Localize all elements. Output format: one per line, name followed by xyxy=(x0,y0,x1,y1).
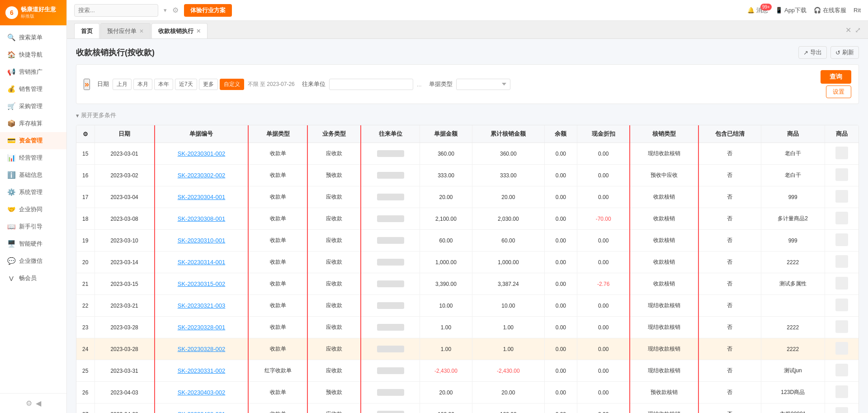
th-product-img[interactable]: 商品 xyxy=(825,125,859,143)
td-product-img xyxy=(825,252,859,273)
td-cash-discount: 0.00 xyxy=(577,295,630,317)
date-option-本年[interactable]: 本年 xyxy=(154,79,173,90)
refresh-button[interactable]: ↺ 刷新 xyxy=(830,46,859,59)
th-doc-type[interactable]: 单据类型 xyxy=(248,125,307,143)
date-range: 不限 至 2023-07-26 xyxy=(248,81,295,88)
td-total-writeoff: 20.00 xyxy=(472,382,544,404)
settings-icon[interactable]: ⚙ xyxy=(26,399,32,408)
td-doc-no[interactable]: SK-20230315-002 xyxy=(155,273,249,295)
td-doc-no[interactable]: SK-20230304-001 xyxy=(155,186,249,208)
sidebar-item-guide[interactable]: 📖新手引导 xyxy=(0,218,66,235)
sidebar-item-quick[interactable]: 🏠快捷导航 xyxy=(0,46,66,63)
solution-button[interactable]: 体验行业方案 xyxy=(184,4,232,17)
table-row[interactable]: 22 2023-03-21 SK-20230321-003 收款单 应收款 ██… xyxy=(76,295,859,317)
table-row[interactable]: 23 2023-03-28 SK-20230328-001 收款单 应收款 ██… xyxy=(76,317,859,338)
td-doc-no[interactable]: SK-20230302-002 xyxy=(155,165,249,186)
sidebar-item-marketing[interactable]: 📢营销推广 xyxy=(0,63,66,81)
tab-label-home: 首页 xyxy=(81,27,93,35)
td-doc-no[interactable]: SK-20230321-003 xyxy=(155,295,249,317)
sidebar-item-purchase[interactable]: 🛒采购管理 xyxy=(0,98,66,115)
user-name[interactable]: Rit xyxy=(854,7,861,14)
sidebar-item-label-marketing: 营销推广 xyxy=(19,68,42,76)
collapse-icon[interactable]: ◀ xyxy=(36,399,41,408)
sidebar-item-search[interactable]: 🔍搜索菜单 xyxy=(0,29,66,46)
date-option-上月[interactable]: 上月 xyxy=(113,79,132,90)
sidebar-item-finance[interactable]: 💳资金管理 xyxy=(0,132,66,149)
table-row[interactable]: 15 2023-03-01 SK-20230301-002 收款单 应收款 ██… xyxy=(76,143,859,165)
blurred-partner: ██████ xyxy=(377,194,404,200)
td-total-writeoff: 60.00 xyxy=(472,230,544,252)
notification-button[interactable]: 🔔 消息 99+ xyxy=(747,6,768,14)
table-row[interactable]: 25 2023-03-31 SK-20230331-002 红字收款单 应收款 … xyxy=(76,360,859,382)
table-row[interactable]: 19 2023-03-10 SK-20230310-001 收款单 应收款 ██… xyxy=(76,230,859,252)
filter-toggle-button[interactable]: » xyxy=(84,79,90,90)
th-include-settled[interactable]: 包含已结清 xyxy=(698,125,761,143)
th-amount[interactable]: 单据金额 xyxy=(420,125,472,143)
sidebar-item-member[interactable]: V畅会员 xyxy=(0,270,66,287)
table-row[interactable]: 20 2023-03-14 SK-20230314-001 收款单 应收款 ██… xyxy=(76,252,859,273)
partner-input[interactable] xyxy=(329,79,413,90)
search-input[interactable] xyxy=(74,4,158,17)
td-doc-no[interactable]: SK-20230328-001 xyxy=(155,317,249,338)
tab-expand-button[interactable]: ⤢ xyxy=(855,25,861,34)
table-row[interactable]: 26 2023-04-03 SK-20230403-002 收款单 预收款 ██… xyxy=(76,382,859,404)
export-icon: ↗ xyxy=(803,49,808,56)
sidebar-item-basic[interactable]: ℹ️基础信息 xyxy=(0,166,66,184)
app-download-link[interactable]: 📱 App下载 xyxy=(775,6,807,14)
tab-home[interactable]: 首页 xyxy=(74,23,99,38)
table-row[interactable]: 24 2023-03-28 SK-20230328-002 收款单 应收款 ██… xyxy=(76,338,859,360)
tab-close-collection[interactable]: ✕ xyxy=(196,28,201,34)
td-doc-no[interactable]: SK-20230408-001 xyxy=(155,404,249,413)
th-biz-type[interactable]: 业务类型 xyxy=(307,125,361,143)
tab-close-all-button[interactable]: ✕ xyxy=(845,25,851,34)
td-date: 2023-03-01 xyxy=(94,143,155,165)
table-row[interactable]: 17 2023-03-04 SK-20230304-001 收款单 应收款 ██… xyxy=(76,186,859,208)
tab-prepay[interactable]: 预付应付单✕ xyxy=(100,23,151,38)
th-writeoff-type[interactable]: 核销类型 xyxy=(630,125,698,143)
td-doc-no[interactable]: SK-20230314-001 xyxy=(155,252,249,273)
date-custom-button[interactable]: 自定义 xyxy=(220,79,244,90)
sidebar-item-wechat[interactable]: 💬企业微信 xyxy=(0,252,66,270)
th-balance[interactable]: 余额 xyxy=(544,125,577,143)
th-product[interactable]: 商品 xyxy=(761,125,825,143)
th-cash-discount[interactable]: 现金折扣 xyxy=(577,125,630,143)
th-total-writeoff[interactable]: 累计核销金额 xyxy=(472,125,544,143)
sidebar-item-hardware[interactable]: 🖥️智能硬件 xyxy=(0,235,66,252)
table-row[interactable]: 16 2023-03-02 SK-20230302-002 收款单 预收款 ██… xyxy=(76,165,859,186)
td-doc-no[interactable]: SK-20230403-002 xyxy=(155,382,249,404)
date-option-本月[interactable]: 本月 xyxy=(133,79,152,90)
table-row[interactable]: 27 2023-04-08 SK-20230408-001 收款单 应收款 ██… xyxy=(76,404,859,413)
td-doc-no[interactable]: SK-20230328-002 xyxy=(155,338,249,360)
td-doc-no[interactable]: SK-20230331-002 xyxy=(155,360,249,382)
td-doc-no[interactable]: SK-20230308-001 xyxy=(155,208,249,230)
td-include-settled: 否 xyxy=(698,382,761,404)
date-option-更多[interactable]: 更多 xyxy=(199,79,218,90)
td-date: 2023-03-14 xyxy=(94,252,155,273)
sidebar-item-corp[interactable]: 🤝企业协同 xyxy=(0,201,66,218)
sidebar-item-sales[interactable]: 💰销售管理 xyxy=(0,81,66,98)
doc-type-select[interactable] xyxy=(456,79,510,90)
expand-conditions-button[interactable]: ▾ 展开更多条件 xyxy=(76,109,116,121)
td-writeoff-type: 收款核销 xyxy=(630,186,698,208)
sidebar-item-operation[interactable]: 📊经营管理 xyxy=(0,149,66,166)
th-settings[interactable]: ⚙ xyxy=(76,125,94,143)
tab-close-prepay[interactable]: ✕ xyxy=(139,28,144,34)
td-doc-no[interactable]: SK-20230310-001 xyxy=(155,230,249,252)
table-row[interactable]: 18 2023-03-08 SK-20230308-001 收款单 应收款 ██… xyxy=(76,208,859,230)
date-option-近7天[interactable]: 近7天 xyxy=(175,79,197,90)
gear-icon[interactable]: ⚙ xyxy=(172,6,179,14)
td-doc-no[interactable]: SK-20230301-002 xyxy=(155,143,249,165)
sidebar-item-system[interactable]: ⚙️系统管理 xyxy=(0,184,66,201)
customer-service-link[interactable]: 🎧 在线客服 xyxy=(814,6,846,14)
tab-collection[interactable]: 收款核销执行✕ xyxy=(151,23,208,38)
th-date[interactable]: 日期 xyxy=(94,125,155,143)
sidebar-item-inventory[interactable]: 📦库存核算 xyxy=(0,115,66,132)
th-doc-no[interactable]: 单据编号 xyxy=(155,125,249,143)
table-row[interactable]: 21 2023-03-15 SK-20230315-002 收款单 应收款 ██… xyxy=(76,273,859,295)
th-partner[interactable]: 往来单位 xyxy=(361,125,420,143)
export-button[interactable]: ↗ 导出 xyxy=(798,46,827,59)
settings-button[interactable]: 设置 xyxy=(826,85,851,98)
partner-dots[interactable]: ... xyxy=(417,81,422,88)
dropdown-arrow-icon[interactable]: ▾ xyxy=(164,7,167,14)
query-button[interactable]: 查询 xyxy=(821,70,851,84)
